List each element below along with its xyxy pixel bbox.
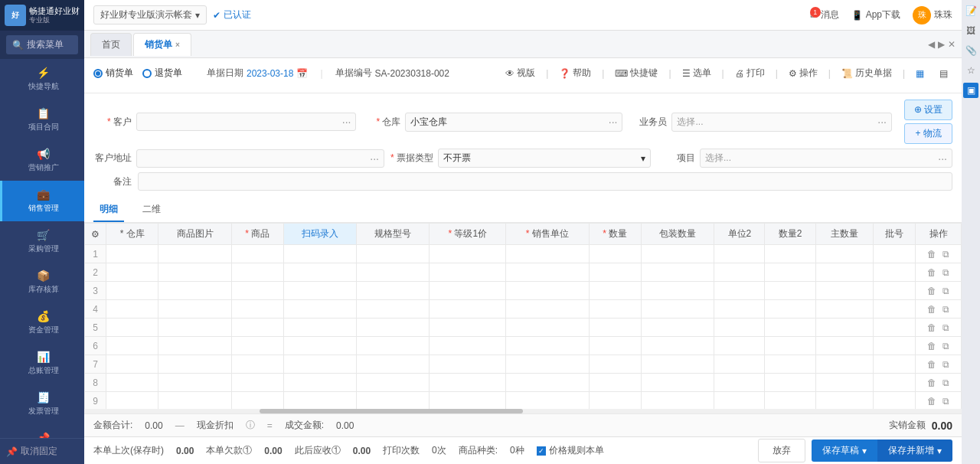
tab-2d[interactable]: 二维 <box>136 200 167 222</box>
row-pkg-qty[interactable] <box>642 392 714 410</box>
row-unit[interactable] <box>506 355 590 374</box>
row-unit2[interactable] <box>714 263 765 282</box>
rp-attach-icon[interactable]: 📎 <box>963 43 978 58</box>
row-copy-icon[interactable]: ⧉ <box>942 341 949 351</box>
row-warehouse[interactable] <box>106 374 158 392</box>
row-batch[interactable] <box>873 245 915 263</box>
row-delete-icon[interactable]: 🗑 <box>927 304 936 315</box>
save-draft-button[interactable]: 保存草稿 ▾ <box>812 439 877 462</box>
row-copy-icon[interactable]: ⧉ <box>942 377 949 388</box>
sidebar-item-project[interactable]: 📋 项目合同 <box>0 100 84 140</box>
row-goods[interactable] <box>231 374 283 392</box>
row-qty2[interactable] <box>765 355 815 374</box>
row-main-qty[interactable] <box>815 392 873 410</box>
row-main-qty[interactable] <box>815 300 873 319</box>
row-pkg-qty[interactable] <box>642 337 714 355</box>
message-button[interactable]: ✉ 1 消息 <box>810 8 839 21</box>
row-batch[interactable] <box>873 300 915 319</box>
row-qty2[interactable] <box>765 282 815 300</box>
row-scan[interactable] <box>284 263 357 282</box>
calendar-icon[interactable]: 📅 <box>296 68 308 79</box>
row-delete-icon[interactable]: 🗑 <box>927 267 936 278</box>
row-goods[interactable] <box>231 392 283 410</box>
sidebar-item-sales[interactable]: 💼 销售管理 <box>0 181 84 221</box>
row-main-qty[interactable] <box>815 337 873 355</box>
row-copy-icon[interactable]: ⧉ <box>942 249 949 260</box>
sidebar-unpin-button[interactable]: 📌 取消固定 <box>0 438 84 464</box>
row-qty[interactable] <box>589 392 641 410</box>
logistics-button[interactable]: + 物流 <box>904 123 952 144</box>
row-warehouse[interactable] <box>106 319 158 337</box>
row-unit[interactable] <box>506 392 590 410</box>
sidebar-item-ledger[interactable]: 📊 总账管理 <box>0 343 84 384</box>
address-input[interactable]: ··· <box>136 149 384 168</box>
row-pkg-qty[interactable] <box>642 300 714 319</box>
tab-detail[interactable]: 明细 <box>93 200 124 222</box>
operate-btn[interactable]: ⚙ 操作 <box>784 64 822 82</box>
rp-edit-icon[interactable]: 📝 <box>963 3 978 18</box>
row-goods[interactable] <box>231 282 283 300</box>
price-rule-checkbox[interactable]: ✓ 价格规则本单 <box>537 444 604 457</box>
sidebar-item-tax[interactable]: 📌 税务管理 <box>0 424 84 438</box>
row-spec[interactable] <box>357 355 430 374</box>
user-avatar[interactable]: 珠 珠珠 <box>913 6 952 25</box>
row-copy-icon[interactable]: ⧉ <box>942 267 949 278</box>
row-unit2[interactable] <box>714 245 765 263</box>
row-main-qty[interactable] <box>815 319 873 337</box>
sidebar-item-invoice[interactable]: 🧾 发票管理 <box>0 384 84 424</box>
project-input[interactable]: 选择... ··· <box>700 149 952 168</box>
sidebar-item-purchase[interactable]: 🛒 采购管理 <box>0 221 84 262</box>
row-warehouse[interactable] <box>106 337 158 355</box>
row-unit2[interactable] <box>714 355 765 374</box>
row-unit[interactable] <box>506 245 590 263</box>
row-spec[interactable] <box>357 245 430 263</box>
row-batch[interactable] <box>873 337 915 355</box>
row-goods[interactable] <box>231 337 283 355</box>
tab-close-icon[interactable]: × <box>175 41 180 49</box>
rp-highlight-icon[interactable]: ▣ <box>963 83 978 98</box>
row-main-qty[interactable] <box>815 355 873 374</box>
row-main-qty[interactable] <box>815 263 873 282</box>
row-unit2[interactable] <box>714 392 765 410</box>
horizontal-scrollbar[interactable] <box>84 409 962 413</box>
select-btn[interactable]: ☰ 选单 <box>678 64 716 82</box>
row-goods[interactable] <box>231 263 283 282</box>
row-price[interactable] <box>430 374 506 392</box>
row-unit[interactable] <box>506 263 590 282</box>
sidebar-item-finance[interactable]: 💰 资金管理 <box>0 302 84 343</box>
row-spec[interactable] <box>357 319 430 337</box>
row-batch[interactable] <box>873 374 915 392</box>
tab-home[interactable]: 首页 <box>90 33 132 56</box>
row-delete-icon[interactable]: 🗑 <box>927 377 936 388</box>
row-unit[interactable] <box>506 374 590 392</box>
row-batch[interactable] <box>873 282 915 300</box>
company-selector[interactable]: 好业财专业版演示帐套 ▾ <box>93 5 207 25</box>
row-copy-icon[interactable]: ⧉ <box>942 359 949 370</box>
remark-input[interactable] <box>138 172 952 191</box>
row-warehouse[interactable] <box>106 263 158 282</box>
row-warehouse[interactable] <box>106 300 158 319</box>
row-scan[interactable] <box>284 374 357 392</box>
row-spec[interactable] <box>357 282 430 300</box>
row-qty[interactable] <box>589 374 641 392</box>
row-price[interactable] <box>430 319 506 337</box>
row-unit[interactable] <box>506 337 590 355</box>
shortcut-btn[interactable]: ⌨ 快捷键 <box>610 64 662 82</box>
row-main-qty[interactable] <box>815 245 873 263</box>
row-qty2[interactable] <box>765 392 815 410</box>
row-scan[interactable] <box>284 355 357 374</box>
sidebar-item-inventory[interactable]: 📦 库存核算 <box>0 262 84 302</box>
row-copy-icon[interactable]: ⧉ <box>942 286 949 296</box>
row-scan[interactable] <box>284 392 357 410</box>
layout-list-btn[interactable]: ▦ <box>911 66 929 81</box>
row-warehouse[interactable] <box>106 282 158 300</box>
row-batch[interactable] <box>873 319 915 337</box>
row-qty2[interactable] <box>765 374 815 392</box>
row-price[interactable] <box>430 300 506 319</box>
layout-grid-btn[interactable]: ▤ <box>935 66 952 81</box>
rp-star-icon[interactable]: ☆ <box>963 63 978 78</box>
row-delete-icon[interactable]: 🗑 <box>927 341 936 351</box>
help-btn[interactable]: ❓ 帮助 <box>554 64 596 82</box>
row-unit2[interactable] <box>714 319 765 337</box>
row-unit[interactable] <box>506 319 590 337</box>
